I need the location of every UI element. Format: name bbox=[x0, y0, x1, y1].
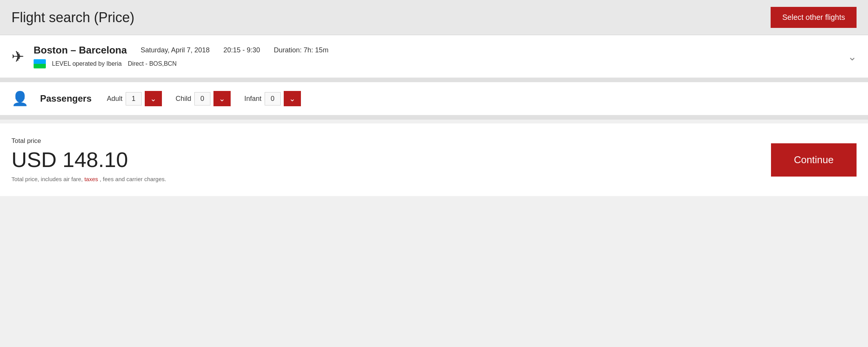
flight-info-section: ✈ Boston – Barcelona Saturday, April 7, … bbox=[0, 35, 868, 78]
separator-2 bbox=[0, 116, 868, 120]
total-price-label: Total price bbox=[11, 137, 166, 145]
adult-dropdown-button[interactable]: ⌄ bbox=[145, 91, 162, 106]
flight-route: Boston – Barcelona bbox=[34, 44, 127, 56]
level-logo bbox=[34, 59, 46, 68]
price-section: Total price USD 148.10 Total price, incl… bbox=[0, 123, 868, 196]
taxes-link[interactable]: taxes bbox=[84, 176, 98, 182]
person-icon: 👤 bbox=[11, 91, 29, 107]
disclaimer-prefix: Total price, includes air fare, bbox=[11, 176, 83, 182]
child-count: 0 bbox=[194, 92, 210, 105]
adult-label: Adult bbox=[107, 95, 123, 103]
flight-route-code: Direct - BOS,BCN bbox=[128, 60, 177, 67]
total-price-value: USD 148.10 bbox=[11, 147, 166, 172]
price-info: Total price USD 148.10 Total price, incl… bbox=[11, 137, 166, 182]
flight-sub-row: LEVEL operated by Iberia Direct - BOS,BC… bbox=[34, 59, 857, 68]
adult-count: 1 bbox=[126, 92, 142, 105]
flight-main-info: Boston – Barcelona Saturday, April 7, 20… bbox=[34, 44, 857, 68]
child-dropdown-button[interactable]: ⌄ bbox=[213, 91, 231, 106]
adult-passenger-group: Adult 1 ⌄ bbox=[107, 91, 162, 106]
plane-icon: ✈ bbox=[11, 48, 24, 65]
infant-passenger-group: Infant 0 ⌄ bbox=[244, 91, 301, 106]
flight-duration: Duration: 7h: 15m bbox=[274, 46, 328, 54]
flight-expand-icon[interactable]: ⌄ bbox=[848, 50, 857, 63]
child-passenger-group: Child 0 ⌄ bbox=[176, 91, 231, 106]
continue-button[interactable]: Continue bbox=[771, 143, 857, 177]
infant-chevron-icon: ⌄ bbox=[289, 94, 296, 103]
infant-count: 0 bbox=[265, 92, 281, 105]
adult-chevron-icon: ⌄ bbox=[150, 94, 157, 103]
child-label: Child bbox=[176, 95, 191, 103]
price-disclaimer: Total price, includes air fare, taxes , … bbox=[11, 176, 166, 182]
flight-operator: LEVEL operated by Iberia bbox=[52, 60, 122, 67]
separator-1 bbox=[0, 78, 868, 82]
passengers-section: 👤 Passengers Adult 1 ⌄ Child 0 ⌄ Infant … bbox=[0, 82, 868, 116]
flight-time: 20:15 - 9:30 bbox=[223, 46, 260, 54]
infant-dropdown-button[interactable]: ⌄ bbox=[284, 91, 301, 106]
page-header: Flight search (Price) Select other fligh… bbox=[0, 0, 868, 35]
flight-date: Saturday, April 7, 2018 bbox=[141, 46, 210, 54]
disclaimer-suffix: , fees and carrier charges. bbox=[100, 176, 166, 182]
select-other-flights-button[interactable]: Select other flights bbox=[771, 7, 857, 28]
passengers-label: Passengers bbox=[40, 93, 92, 104]
flight-route-row: Boston – Barcelona Saturday, April 7, 20… bbox=[34, 44, 857, 56]
child-chevron-icon: ⌄ bbox=[219, 94, 225, 103]
infant-label: Infant bbox=[244, 95, 262, 103]
page-title: Flight search (Price) bbox=[11, 10, 134, 26]
